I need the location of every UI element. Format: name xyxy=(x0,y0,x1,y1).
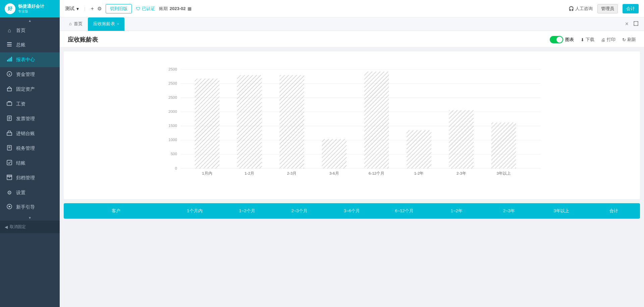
page-header: 应收账龄表 图表 ⬇ 下载 🖨 打印 ↻ 刷新 xyxy=(60,31,644,47)
sidebar-item-archive-label: 归档管理 xyxy=(16,175,35,181)
svg-rect-19 xyxy=(7,160,12,165)
download-button[interactable]: ⬇ 下载 xyxy=(581,37,594,43)
toggle-thumb xyxy=(556,37,562,43)
sidebar-item-salary-label: 工资 xyxy=(16,101,25,107)
home-tab-icon: ⌂ xyxy=(69,21,72,26)
sidebar-item-ledger[interactable]: 总账 xyxy=(0,38,60,52)
sidebar-item-guide[interactable]: 新手引导 xyxy=(0,200,60,215)
sidebar-scroll-down[interactable]: ▼ xyxy=(0,215,60,221)
unpin-icon: ◀ xyxy=(5,225,8,229)
th-6-12m: 6~12个月 xyxy=(378,203,430,219)
close-tab-button[interactable]: × xyxy=(624,19,630,29)
svg-rect-4 xyxy=(8,59,9,61)
help-label: 人工咨询 xyxy=(575,6,593,12)
svg-rect-6 xyxy=(11,57,12,61)
bar-1-2月 xyxy=(237,75,262,169)
add-icon[interactable]: + xyxy=(91,6,94,12)
assets-icon xyxy=(6,86,13,93)
sidebar-scroll-up[interactable]: ▲ xyxy=(0,17,60,24)
svg-rect-15 xyxy=(7,133,12,135)
home-tab-label: 首页 xyxy=(74,21,83,27)
svg-text:2500: 2500 xyxy=(168,67,177,71)
svg-rect-9 xyxy=(7,88,11,91)
app-name: 畅捷通好会计 xyxy=(18,4,44,9)
bar-1月内 xyxy=(195,79,220,168)
ar-aging-tab-label: 应收账龄表 xyxy=(93,21,115,27)
manager-button[interactable]: 管理员 xyxy=(597,4,618,13)
help-button[interactable]: 🎧 人工咨询 xyxy=(569,6,593,12)
svg-text:2-3年: 2-3年 xyxy=(457,171,466,175)
bar-2-3年 xyxy=(449,110,474,169)
svg-rect-0 xyxy=(7,42,12,43)
svg-text:500: 500 xyxy=(171,152,177,156)
sidebar-item-settings[interactable]: ⚙ 设置 xyxy=(0,185,60,200)
sidebar-unpin[interactable]: ◀ 取消固定 xyxy=(0,221,60,233)
svg-text:0: 0 xyxy=(175,166,177,170)
refresh-label: 刷新 xyxy=(627,37,636,43)
svg-text:¥: ¥ xyxy=(8,73,10,76)
bar-6-12月 xyxy=(364,72,389,168)
svg-rect-25 xyxy=(634,21,638,26)
print-button[interactable]: 🖨 打印 xyxy=(601,37,615,43)
table-area: 客户 1个月内 1~2个月 2~3个月 3~6个月 6~12个月 1~2年 2~… xyxy=(64,203,640,219)
svg-text:2500: 2500 xyxy=(168,81,177,85)
sidebar-item-reports-label: 报表中心 xyxy=(16,57,35,63)
sidebar-item-guide-label: 新手引导 xyxy=(16,204,35,210)
close-accounts-icon xyxy=(6,160,13,167)
sidebar-item-close[interactable]: 结账 xyxy=(0,156,60,171)
sidebar-item-salary[interactable]: 工资 xyxy=(0,97,60,112)
shield-icon: 🛡 xyxy=(136,6,141,11)
svg-text:1-2月: 1-2月 xyxy=(245,171,254,175)
svg-rect-21 xyxy=(7,175,12,176)
switch-old-version-button[interactable]: 切到旧版 xyxy=(106,4,132,13)
svg-text:3年以上: 3年以上 xyxy=(496,171,511,175)
verified-text: 已认证 xyxy=(142,6,155,12)
main-area: 测试 ▾ | + ⚙ 切到旧版 🛡 已认证 账期 2023-02 ▦ 🎧 人工咨… xyxy=(60,0,644,307)
svg-text:1月内: 1月内 xyxy=(202,171,212,175)
ledger-icon xyxy=(6,42,13,48)
tab-home[interactable]: ⌂ 首页 xyxy=(64,17,88,31)
topbar: 测试 ▾ | + ⚙ 切到旧版 🛡 已认证 账期 2023-02 ▦ 🎧 人工咨… xyxy=(60,0,644,17)
bar-2-3月 xyxy=(279,75,304,169)
tab-close-icon[interactable]: × xyxy=(117,22,119,26)
sidebar-item-reports[interactable]: 报表中心 xyxy=(0,52,60,67)
page-actions: 图表 ⬇ 下载 🖨 打印 ↻ 刷新 xyxy=(550,36,636,43)
th-customer: 客户 xyxy=(64,203,168,219)
bar-3-6月 xyxy=(322,139,347,168)
svg-text:1-2年: 1-2年 xyxy=(414,171,424,175)
sidebar-item-invoice[interactable]: 发票管理 xyxy=(0,112,60,126)
svg-rect-5 xyxy=(10,58,11,61)
sidebar-item-funds[interactable]: ¥ 资金管理 xyxy=(0,67,60,82)
download-icon: ⬇ xyxy=(581,37,584,42)
sidebar-item-close-label: 结账 xyxy=(16,160,25,166)
logo-icon: 好 xyxy=(5,3,15,14)
tab-ar-aging[interactable]: 应收账龄表 × xyxy=(88,17,124,31)
period-label: 账期 xyxy=(159,6,168,12)
sidebar-item-tax[interactable]: 税务管理 xyxy=(0,141,60,156)
sidebar-item-inventory[interactable]: 进销台账 xyxy=(0,126,60,141)
sidebar-item-tax-label: 税务管理 xyxy=(16,145,35,151)
chart-toggle[interactable] xyxy=(550,36,563,43)
company-selector[interactable]: 测试 ▾ xyxy=(65,6,79,12)
sidebar-item-home[interactable]: ⌂ 首页 xyxy=(0,24,60,38)
tabbar: ⌂ 首页 应收账龄表 × × xyxy=(60,17,644,31)
sidebar-item-assets[interactable]: 固定资产 xyxy=(0,82,60,97)
print-icon: 🖨 xyxy=(601,37,605,42)
expand-button[interactable] xyxy=(632,19,640,29)
topbar-divider1: | xyxy=(84,6,85,11)
svg-text:2-3月: 2-3月 xyxy=(287,171,297,175)
svg-rect-2 xyxy=(7,46,12,46)
sidebar-logo: 好 畅捷通好会计 专业版 xyxy=(0,0,60,17)
inventory-icon xyxy=(6,130,13,137)
sidebar-item-invoice-label: 发票管理 xyxy=(16,116,35,122)
accountant-button[interactable]: 会计 xyxy=(623,4,639,13)
period-selector[interactable]: 账期 2023-02 ▦ xyxy=(159,6,192,12)
sidebar-item-funds-label: 资金管理 xyxy=(16,72,35,78)
sidebar-item-archive[interactable]: 归档管理 xyxy=(0,171,60,185)
refresh-button[interactable]: ↻ 刷新 xyxy=(622,37,636,43)
settings-gear-icon[interactable]: ⚙ xyxy=(97,6,102,12)
verified-badge: 🛡 已认证 xyxy=(136,6,155,12)
company-name: 测试 xyxy=(65,6,74,12)
svg-text:2000: 2000 xyxy=(168,109,177,114)
settings-icon: ⚙ xyxy=(6,189,13,196)
